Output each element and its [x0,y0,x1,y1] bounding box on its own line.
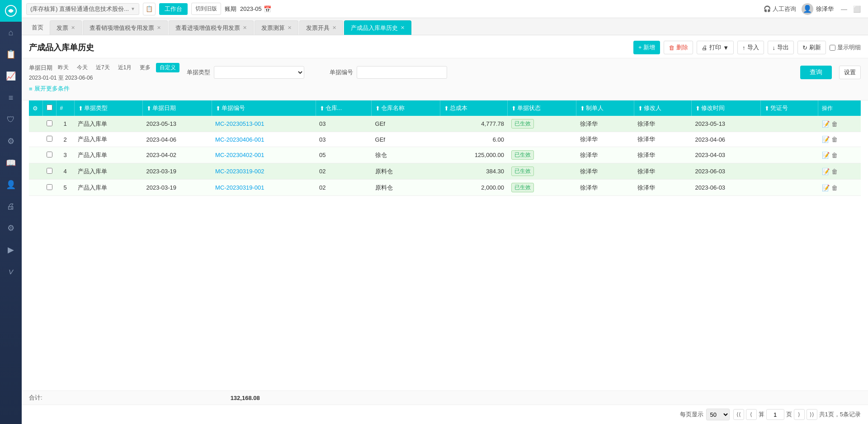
per-page-select[interactable]: 10 20 50 100 [706,409,730,420]
sidebar-item-document[interactable]: 📋 [0,43,22,65]
th-voucher[interactable]: ⬆凭证号 [760,100,818,116]
sidebar-item-home[interactable]: ⌂ [0,22,22,43]
th-type[interactable]: ⬆单据类型 [74,100,143,116]
tab-invoice-issue[interactable]: 发票开具 ✕ [299,20,343,35]
workspace-button[interactable]: 工作台 [159,3,188,15]
tab-sales-vat-close[interactable]: ✕ [157,25,161,31]
cell-check[interactable] [42,147,56,163]
edit-icon[interactable]: 📝 [822,136,830,143]
tab-invoice-calc-close[interactable]: ✕ [288,25,292,31]
th-total-cost[interactable]: ⬆总成本 [440,100,508,116]
maximize-button[interactable]: ⬜ [852,4,862,14]
search-button[interactable]: 查询 [800,66,832,79]
th-modifier[interactable]: ⬆修改人 [634,100,692,116]
company-selector[interactable]: (库存核算) 直播轻通通信息技术股份... ▼ [26,3,139,15]
type-select[interactable]: 产品入库单 [214,66,304,79]
cell-check[interactable] [42,163,56,180]
row-check-3[interactable] [47,168,52,174]
month-btn[interactable]: 近1月 [115,63,135,72]
edit-icon[interactable]: 📝 [822,152,830,159]
sidebar-item-list[interactable]: ≡ [0,87,22,109]
tab-product-history-close[interactable]: ✕ [401,25,405,31]
th-settings[interactable]: ⚙ [29,100,42,116]
number-input[interactable] [357,66,447,79]
tab-home[interactable]: 首页 [26,20,49,35]
cell-number[interactable]: MC-20230319-001 [212,180,316,196]
show-detail-input[interactable] [830,45,835,51]
th-modify-time[interactable]: ⬆修改时间 [692,100,760,116]
tab-invoice-close[interactable]: ✕ [71,25,75,31]
show-detail-checkbox[interactable]: 显示明细 [830,43,861,52]
more-btn[interactable]: 更多 [137,63,153,72]
th-creator[interactable]: ⬆制单人 [576,100,634,116]
switch-version-button[interactable]: 切到旧版 [191,3,221,15]
tab-purchase-vat[interactable]: 查看进项增值税专用发票 ✕ [169,20,254,35]
cell-number[interactable]: MC-20230402-001 [212,147,316,163]
edit-icon[interactable]: 📝 [822,120,830,128]
today-btn[interactable]: 今天 [74,63,90,72]
row-delete-icon[interactable]: 🗑 [831,184,838,191]
next-page-button[interactable]: ⟩ [794,409,805,420]
sidebar-item-version[interactable]: V [0,261,22,282]
tab-invoice[interactable]: 发票 ✕ [50,20,82,35]
tab-invoice-issue-close[interactable]: ✕ [332,25,336,31]
setting-button[interactable]: 设置 [839,66,861,79]
tab-invoice-calc[interactable]: 发票测算 ✕ [255,20,298,35]
tab-purchase-vat-close[interactable]: ✕ [243,25,247,31]
cell-number[interactable]: MC-20230319-002 [212,163,316,180]
export-button[interactable]: ↓ 导出 [768,41,794,54]
cell-number[interactable]: MC-20230513-001 [212,116,316,132]
sidebar-item-shield[interactable]: 🛡 [0,109,22,130]
th-date[interactable]: ⬆单据日期 [143,100,212,116]
cell-status: 已生效 [508,163,576,180]
sidebar-item-settings[interactable]: ⚙ [0,217,22,239]
row-check-4[interactable] [47,184,52,190]
minimize-button[interactable]: — [839,4,849,14]
expand-more-btn[interactable]: ≡ 展开更多条件 [29,85,70,93]
sidebar-item-user[interactable]: 👤 [0,174,22,195]
cell-check[interactable] [42,180,56,196]
cell-check[interactable] [42,116,56,132]
week-btn[interactable]: 近7天 [93,63,113,72]
sidebar-item-print[interactable]: 🖨 [0,195,22,217]
th-warehouse-code[interactable]: ⬆仓库... [316,100,372,116]
row-delete-icon[interactable]: 🗑 [831,152,838,159]
row-delete-icon[interactable]: 🗑 [831,168,838,175]
th-status[interactable]: ⬆单据状态 [508,100,576,116]
row-delete-icon[interactable]: 🗑 [831,120,838,128]
cell-number[interactable]: MC-20230406-001 [212,132,316,147]
check-all-input[interactable] [47,105,52,110]
first-page-button[interactable]: ⟨⟨ [733,409,744,420]
row-check-1[interactable] [47,136,52,142]
cell-creator: 徐泽华 [576,180,634,196]
edit-icon[interactable]: 📝 [822,184,830,191]
new-button[interactable]: + 新增 [633,41,660,54]
delete-button[interactable]: 🗑 删除 [664,41,693,54]
sidebar-item-book[interactable]: 📖 [0,152,22,174]
row-check-2[interactable] [47,152,52,157]
row-delete-icon[interactable]: 🗑 [831,136,838,143]
sidebar-item-gear[interactable]: ⚙ [0,130,22,152]
row-check-0[interactable] [47,120,52,126]
last-page-button[interactable]: ⟩⟩ [807,409,817,420]
sidebar-item-chart[interactable]: 📈 [0,65,22,87]
edit-icon[interactable]: 📝 [822,168,830,175]
th-check[interactable] [42,100,56,116]
th-number[interactable]: ⬆单据编号 [212,100,316,116]
print-button[interactable]: 🖨 打印 ▼ [697,41,734,54]
calendar-icon[interactable]: 📅 [264,5,271,13]
th-warehouse-name[interactable]: ⬆仓库名称 [372,100,440,116]
yesterday-btn[interactable]: 昨天 [55,63,71,72]
user-menu[interactable]: 👤 徐泽华 [802,3,834,15]
cell-check[interactable] [42,132,56,147]
sidebar-item-play[interactable]: ▶ [0,239,22,261]
refresh-button[interactable]: ↻ 刷新 [797,41,826,54]
import-button[interactable]: ↑ 导入 [737,41,764,54]
tab-product-history[interactable]: 产成品入库单历史 ✕ [344,20,411,35]
page-number-input[interactable] [766,409,784,420]
help-button[interactable]: 🎧 人工咨询 [764,5,796,13]
custom-btn[interactable]: 自定义 [156,63,179,72]
tab-sales-vat[interactable]: 查看销项增值税专用发票 ✕ [83,20,168,35]
prev-page-button[interactable]: ⟨ [746,409,757,420]
copy-button[interactable]: 📋 [143,3,156,15]
